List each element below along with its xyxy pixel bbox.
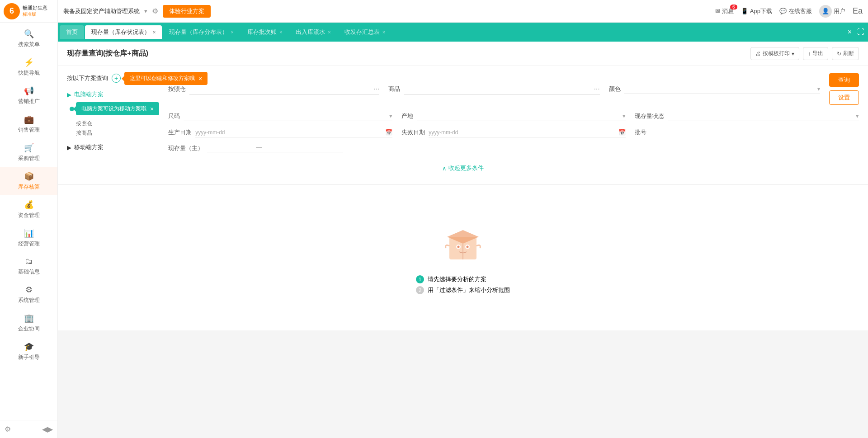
- sidebar-item-quicknav[interactable]: ⚡ 快捷导航: [0, 53, 57, 81]
- expire-date-label: 失效日期: [401, 128, 425, 137]
- export-btn[interactable]: ↑ 导出: [803, 47, 828, 60]
- collapse-arrow-icon: ∧: [442, 165, 447, 172]
- tabs-right: × ⛶: [846, 26, 866, 38]
- sidebar-item-marketing[interactable]: 📢 营销推广: [0, 81, 57, 110]
- mobile-icon: 📱: [741, 8, 748, 14]
- expire-date-value[interactable]: yyyy-mm-dd 📅: [429, 127, 626, 137]
- pc-tooltip-text: 电脑方案可设为移动方案哦: [81, 105, 146, 113]
- sidebar-item-finance[interactable]: 💰 资金管理: [0, 195, 57, 224]
- mobile-scheme-item[interactable]: ▶ 移动端方案: [67, 141, 159, 153]
- close-all-tabs-icon[interactable]: ×: [846, 26, 854, 38]
- sidebar-item-system[interactable]: ⚙ 系统管理: [0, 280, 57, 309]
- empty-state: 1 请先选择要分析的方案 2 用「过滤条件」来缩小分析范围: [58, 185, 868, 330]
- refresh-icon: ↻: [837, 51, 841, 57]
- batch-no-value[interactable]: [650, 131, 859, 134]
- sidebar-item-enterprise[interactable]: 🏢 企业协同: [0, 309, 57, 337]
- size-value[interactable]: ▾: [184, 111, 392, 121]
- warehouse-dots[interactable]: ···: [373, 85, 379, 93]
- goods-value[interactable]: ···: [404, 84, 599, 95]
- pc-scheme-item[interactable]: ▶ 电脑端方案: [67, 89, 159, 100]
- setting-btn[interactable]: 设置: [829, 90, 859, 105]
- field-origin: 产地 ▾: [401, 111, 626, 121]
- template-print-btn[interactable]: 🖨 按模板打印 ▾: [750, 47, 799, 60]
- nav-label-finance: 资金管理: [18, 212, 40, 219]
- stock-qty-separator: —: [256, 144, 262, 151]
- svg-point-4: [458, 246, 460, 248]
- message-group[interactable]: ✉ 消息 6: [715, 7, 734, 15]
- tab-collect[interactable]: 收发存汇总表 ×: [338, 25, 392, 39]
- expire-date-cal-icon[interactable]: 📅: [618, 129, 626, 136]
- sidebar-item-purchase[interactable]: 🛒 采购管理: [0, 138, 57, 167]
- tab-stock-status-close[interactable]: ×: [153, 29, 156, 35]
- sidebar-bottom: ⚙ ◀▶: [0, 420, 57, 438]
- tab-batch[interactable]: 库存批次账 ×: [241, 25, 288, 39]
- stock-status-label: 现存量状态: [635, 112, 664, 120]
- sidebar-item-sales[interactable]: 💼 销售管理: [0, 110, 57, 138]
- logo-icon: 6: [4, 3, 20, 19]
- tab-home-label: 首页: [66, 28, 78, 36]
- sidebar-settings-icon[interactable]: ⚙: [5, 425, 11, 433]
- goods-dots[interactable]: ···: [594, 85, 599, 93]
- logo-badge: 标准版: [23, 11, 47, 18]
- tab-stock-dist-label: 现存量（库存分布表）: [169, 28, 228, 36]
- online-support-group[interactable]: 💬 在线客服: [779, 7, 812, 15]
- tab-stock-status[interactable]: 现存量（库存状况表） ×: [85, 25, 162, 39]
- pc-sub-item-2[interactable]: 按商品: [76, 128, 159, 138]
- filter-action-buttons: + 这里可以创建和修改方案哦 × ✏ ←: [112, 73, 140, 83]
- field-goods: 商品 ···: [388, 84, 599, 95]
- stock-qty-range: —: [207, 144, 343, 152]
- stock-qty-min[interactable]: [207, 144, 252, 151]
- ea-label[interactable]: Ea: [853, 6, 863, 16]
- nav-label-system: 系统管理: [18, 297, 40, 304]
- tab-home[interactable]: 首页: [60, 25, 84, 39]
- batch-no-label: 批号: [635, 128, 646, 137]
- prod-date-value[interactable]: yyyy-mm-dd 📅: [195, 127, 392, 137]
- sidebar-item-search[interactable]: 🔍 搜索菜单: [0, 24, 57, 53]
- sidebar-item-operations[interactable]: 📊 经营管理: [0, 224, 57, 252]
- page-actions: 🖨 按模板打印 ▾ ↑ 导出 ↻ 刷新: [750, 47, 859, 60]
- pc-sub-item-1[interactable]: 按照仓: [76, 119, 159, 128]
- stock-qty-max[interactable]: [265, 144, 311, 151]
- tab-collect-label: 收发存汇总表: [344, 28, 380, 36]
- tab-inout-close[interactable]: ×: [328, 29, 330, 35]
- filter-header: 按以下方案查询 + 这里可以创建和修改方案哦 ×: [67, 73, 159, 83]
- printer-icon: 🖨: [755, 51, 761, 57]
- create-tooltip-close[interactable]: ×: [198, 75, 202, 82]
- empty-svg: [440, 221, 486, 266]
- origin-value[interactable]: ▾: [417, 111, 626, 121]
- sidebar-item-basic[interactable]: 🗂 基础信息: [0, 252, 57, 280]
- tab-batch-close[interactable]: ×: [279, 29, 282, 35]
- system-dropdown-icon[interactable]: ▾: [144, 8, 147, 14]
- search-btn[interactable]: 查询: [829, 73, 859, 87]
- sidebar-collapse-icon[interactable]: ◀▶: [42, 425, 53, 433]
- pc-tooltip-close[interactable]: ×: [150, 105, 154, 113]
- header: 装备及固定资产辅助管理系统 ▾ ⚙ 体验行业方案 ✉ 消息 6 📱 App下载 …: [58, 0, 868, 23]
- message-icon: ✉: [715, 8, 720, 14]
- sidebar-item-guide[interactable]: 🎓 新手引导: [0, 337, 57, 366]
- sidebar-item-inventory[interactable]: 📦 库存核算: [0, 167, 57, 195]
- filter-row-4: 现存量（主） —: [168, 144, 859, 152]
- size-chevron: ▾: [389, 113, 392, 119]
- warehouse-label: 按照仓: [168, 85, 186, 93]
- create-tooltip-text: 这里可以创建和修改方案哦: [130, 75, 195, 82]
- collapse-btn[interactable]: ∧ 收起更多条件: [67, 160, 859, 177]
- tab-inout[interactable]: 出入库流水 ×: [289, 25, 337, 39]
- tab-stock-dist-close[interactable]: ×: [231, 29, 233, 35]
- refresh-btn[interactable]: ↻ 刷新: [832, 47, 859, 60]
- avatar: 👤: [819, 5, 832, 18]
- tab-collect-close[interactable]: ×: [382, 29, 385, 35]
- color-value[interactable]: ▾: [624, 85, 820, 94]
- tab-stock-dist[interactable]: 现存量（库存分布表） ×: [163, 25, 240, 39]
- user-group[interactable]: 👤 用户: [819, 5, 845, 18]
- warehouse-value[interactable]: ···: [189, 84, 379, 95]
- prod-date-cal-icon[interactable]: 📅: [385, 129, 392, 136]
- sidebar-logo: 6 畅通好生意 标准版: [0, 0, 57, 23]
- basic-icon: 🗂: [25, 257, 33, 266]
- industry-btn[interactable]: 体验行业方案: [163, 5, 211, 18]
- app-download-group[interactable]: 📱 App下载: [741, 7, 772, 15]
- add-scheme-btn[interactable]: +: [112, 74, 121, 83]
- stock-status-value[interactable]: ▾: [668, 111, 859, 121]
- gear-icon[interactable]: ⚙: [152, 7, 158, 15]
- maximize-icon[interactable]: ⛶: [855, 26, 866, 38]
- prod-date-placeholder: yyyy-mm-dd: [195, 129, 225, 136]
